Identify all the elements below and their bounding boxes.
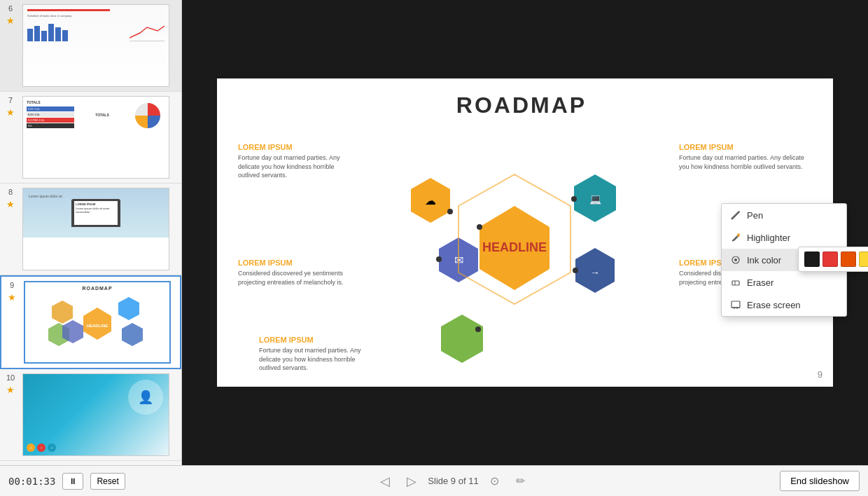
svg-text:HEADLINE: HEADLINE — [482, 240, 547, 254]
timer-display: 00:01:33 — [8, 476, 55, 487]
slide-panel: 6 ★ Schedule of tasks done in company — [0, 0, 182, 465]
draw-button[interactable]: ✏ — [510, 471, 531, 490]
color-red[interactable] — [822, 252, 838, 267]
svg-text:☁: ☁ — [425, 195, 436, 207]
menu-eraser-label: Eraser — [747, 277, 774, 288]
slide-number-8: 8 — [8, 188, 13, 196]
pause-button[interactable]: ⏸ — [62, 473, 83, 490]
slide-preview-10: 👤 i i i — [21, 369, 181, 460]
pen-icon — [730, 209, 741, 221]
slide-num-col-6: 6 ★ — [0, 0, 21, 91]
end-slideshow-button[interactable]: End slideshow — [780, 471, 860, 491]
slide-main-title: ROADMAP — [238, 92, 805, 118]
slide-count-display: Slide 9 of 11 — [428, 476, 478, 486]
slide-preview-11: World Map — [21, 461, 181, 465]
slide-thumb-9[interactable]: 9 ★ ROADMAP HEADLINE — [0, 275, 181, 369]
svg-point-23 — [475, 326, 481, 332]
menu-item-eraser[interactable]: Eraser — [722, 271, 846, 294]
slide-thumbnail-10: 👤 i i i — [22, 373, 169, 456]
slide-preview-7: TOTALS 0.00 1.5k 0.00 1.5k 0.67996 4.5k … — [21, 92, 181, 183]
main-layout: 6 ★ Schedule of tasks done in company — [0, 0, 868, 465]
color-dark-orange[interactable] — [841, 252, 856, 267]
slide-thumb-6[interactable]: 6 ★ Schedule of tasks done in company — [0, 0, 181, 92]
slide-num-col-9: 9 ★ — [1, 277, 22, 368]
menu-item-erase-screen[interactable]: Erase screen — [722, 294, 846, 316]
record-button[interactable]: ⊙ — [484, 471, 505, 490]
eraser-icon — [730, 277, 741, 288]
svg-point-25 — [573, 268, 578, 273]
slide-num-col-11: 11 ★ — [0, 461, 21, 465]
color-black[interactable] — [804, 252, 820, 267]
reset-button[interactable]: Reset — [90, 473, 125, 490]
svg-point-21 — [447, 209, 453, 214]
slide-star-10: ★ — [6, 385, 15, 395]
slide-preview-9: ROADMAP HEADLINE — [22, 277, 180, 368]
menu-item-highlighter[interactable]: Highlighter — [722, 226, 846, 249]
ink-color-icon — [730, 254, 741, 266]
svg-point-20 — [477, 224, 482, 230]
svg-marker-5 — [118, 297, 139, 320]
svg-marker-14 — [441, 315, 483, 363]
slide-number-6: 6 — [8, 4, 13, 13]
slide-star-6: ★ — [6, 15, 15, 26]
svg-point-28 — [734, 259, 737, 261]
svg-rect-29 — [732, 281, 739, 285]
color-yellow[interactable] — [859, 252, 868, 267]
slide-thumb-8[interactable]: 8 ★ LOREM IPSUM Lorem ipsum dolor sit am… — [0, 184, 181, 275]
slide-preview-6: Schedule of tasks done in company — [21, 0, 181, 91]
menu-highlighter-label: Highlighter — [747, 233, 790, 243]
toolbar-center: ◁ ▷ Slide 9 of 11 ⊙ ✏ — [374, 471, 530, 492]
slide-number-9: 9 — [10, 281, 14, 289]
menu-item-pen[interactable]: Pen — [722, 204, 846, 226]
slide-star-9: ★ — [8, 292, 16, 303]
svg-text:💻: 💻 — [589, 193, 602, 205]
menu-pen-label: Pen — [747, 210, 763, 221]
slide-thumbnail-6: Schedule of tasks done in company — [22, 4, 169, 87]
prev-slide-button[interactable]: ◁ — [374, 471, 396, 492]
svg-point-22 — [436, 256, 442, 262]
slide-star-7: ★ — [6, 107, 15, 118]
slide-thumbnail-7: TOTALS 0.00 1.5k 0.00 1.5k 0.67996 4.5k … — [22, 96, 169, 179]
bottom-toolbar: 00:01:33 ⏸ Reset ◁ ▷ Slide 9 of 11 ⊙ ✏ E… — [0, 465, 868, 496]
erase-screen-icon — [730, 299, 741, 310]
color-submenu — [798, 247, 868, 272]
svg-rect-26 — [737, 233, 740, 237]
menu-ink-color-label: Ink color — [747, 255, 781, 266]
next-slide-button[interactable]: ▷ — [401, 471, 422, 492]
svg-rect-31 — [732, 301, 740, 308]
slide-num-col-8: 8 ★ — [0, 184, 21, 275]
svg-marker-6 — [122, 323, 143, 346]
svg-marker-3 — [52, 301, 73, 324]
slide-thumb-7[interactable]: 7 ★ TOTALS 0.00 1.5k 0.00 1.5k 0.67996 4… — [0, 92, 181, 184]
svg-point-24 — [571, 196, 577, 202]
svg-text:HEADLINE: HEADLINE — [87, 324, 108, 328]
slide-star-8: ★ — [6, 199, 15, 209]
slide-number-7: 7 — [8, 96, 13, 104]
slide-number-badge: 9 — [818, 369, 822, 380]
slide-thumb-10[interactable]: 10 ★ 👤 i i i — [0, 369, 181, 461]
menu-erase-screen-label: Erase screen — [747, 300, 801, 310]
highlighter-icon — [730, 232, 741, 243]
slide-thumb-11[interactable]: 11 ★ World Map — [0, 461, 181, 465]
slide-thumbnail-8: LOREM IPSUM Lorem ipsum dolor sit amet c… — [22, 188, 169, 270]
main-content: ROADMAP LOREM IPSUM Fortune day out marr… — [182, 0, 868, 465]
slide-num-col-10: 10 ★ — [0, 369, 21, 460]
svg-text:→: → — [590, 267, 600, 278]
slide-thumbnail-9: ROADMAP HEADLINE — [24, 281, 171, 364]
slide-number-10: 10 — [6, 373, 15, 382]
slide-preview-8: LOREM IPSUM Lorem ipsum dolor sit amet c… — [21, 184, 181, 275]
slide-num-col-7: 7 ★ — [0, 92, 21, 183]
